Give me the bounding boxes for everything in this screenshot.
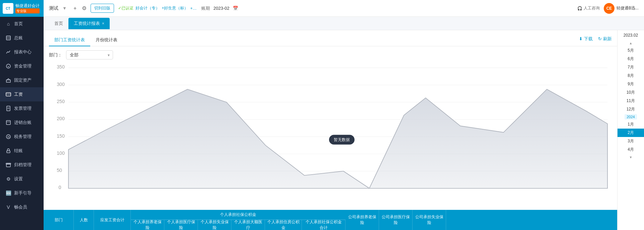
svg-text:250: 250 bbox=[57, 99, 65, 104]
svg-rect-15 bbox=[7, 151, 10, 153]
month-4-2024[interactable]: 4月 bbox=[618, 145, 644, 154]
svg-text:300: 300 bbox=[57, 82, 65, 87]
service-label: 人工咨询 bbox=[584, 5, 600, 11]
subtab-dept[interactable]: 部门工资统计表 bbox=[49, 34, 90, 46]
chart-area: 350 300 250 200 150 100 50 0 bbox=[44, 63, 617, 210]
th-company-pension: 公司承担养老保险 bbox=[345, 210, 379, 230]
sidebar-item-reports[interactable]: 报表中心 bbox=[0, 45, 44, 59]
sidebar-item-home[interactable]: ⌂ 首页 bbox=[0, 17, 44, 31]
purchase-icon bbox=[5, 120, 11, 126]
tag-more: +… bbox=[190, 6, 197, 11]
month-8[interactable]: 8月 bbox=[618, 72, 644, 80]
sidebar-item-tax[interactable]: 税 税务管理 bbox=[0, 130, 44, 144]
sidebar-item-label: 进销台账 bbox=[14, 120, 32, 126]
subtabs-right: ⬇ 下载 ↻ 刷新 bbox=[579, 36, 612, 45]
guide-icon: 🆕 bbox=[5, 190, 11, 196]
svg-text:350: 350 bbox=[57, 64, 65, 70]
month-3-2024[interactable]: 3月 bbox=[618, 137, 644, 145]
sidebar-item-ledger[interactable]: 总账 bbox=[0, 31, 44, 45]
subtab-monthly[interactable]: 月份统计表 bbox=[90, 34, 123, 46]
archive-icon bbox=[5, 162, 11, 168]
tabbar: 首页 工资统计报表 × bbox=[44, 17, 644, 30]
month-7[interactable]: 7月 bbox=[618, 63, 644, 72]
date-panel: 2023.02 ▲ 5月 6月 7月 8月 9月 10月 11月 12月 202… bbox=[617, 30, 644, 230]
th-personal-total: 个人承担社保公积金合计 bbox=[302, 220, 345, 230]
sidebar-item-label: 报表中心 bbox=[14, 49, 32, 55]
sidebar-item-label: 畅会员 bbox=[14, 204, 27, 210]
month-6[interactable]: 6月 bbox=[618, 55, 644, 63]
th-personal-medical: 个人承担医疗保险 bbox=[164, 220, 198, 230]
sidebar-item-archive[interactable]: 归档管理 bbox=[0, 158, 44, 172]
salary-icon bbox=[5, 91, 11, 97]
sidebar-item-label: 工资 bbox=[14, 91, 23, 97]
svg-text:50: 50 bbox=[57, 168, 62, 173]
period-value: 2023-02 bbox=[213, 6, 229, 11]
sidebar: CT 畅捷通好会计 专业版 ⌂ 首页 总账 报表中心 ¥ 资金管理 bbox=[0, 0, 44, 230]
sidebar-item-label: 固定资产 bbox=[14, 77, 32, 83]
month-1-2024[interactable]: 1月 bbox=[618, 120, 644, 129]
download-icon: ⬇ bbox=[579, 36, 583, 41]
month-2-2024[interactable]: 2月 bbox=[618, 129, 644, 137]
calendar-icon[interactable]: 📅 bbox=[233, 6, 238, 11]
sidebar-item-guide[interactable]: 🆕 新手引导 bbox=[0, 186, 44, 200]
month-12[interactable]: 12月 bbox=[618, 105, 644, 113]
content-main: 部门工资统计表 月份统计表 ⬇ 下载 ↻ 刷新 bbox=[44, 30, 617, 230]
switch-old-button[interactable]: 切到旧版 bbox=[91, 4, 114, 13]
topbar-right: 🎧 人工咨询 CE 轻捷通B迅... bbox=[577, 3, 639, 14]
content-area: 部门工资统计表 月份统计表 ⬇ 下载 ↻ 刷新 bbox=[44, 30, 644, 230]
sidebar-item-salary[interactable]: 工资 bbox=[0, 87, 44, 101]
sidebar-item-settings[interactable]: ⚙ 设置 bbox=[0, 172, 44, 186]
th-count: 人数 bbox=[74, 210, 94, 230]
logo-icon: CT bbox=[3, 3, 13, 14]
period-label: 账期 bbox=[201, 5, 210, 11]
service-button[interactable]: 🎧 人工咨询 bbox=[577, 5, 600, 11]
year-2024-label: 2024 bbox=[625, 114, 637, 120]
settings-icon: ⚙ bbox=[5, 176, 11, 182]
topbar-actions: + ⚙ 切到旧版 bbox=[72, 4, 114, 13]
th-company-unemployment: 公司承担失业保险 bbox=[413, 210, 446, 230]
dept-filter-label: 部门： bbox=[49, 52, 62, 58]
sidebar-item-funds[interactable]: ¥ 资金管理 bbox=[0, 59, 44, 73]
sidebar-item-label: 新手引导 bbox=[14, 190, 32, 196]
svg-text:¥: ¥ bbox=[7, 65, 9, 68]
gear-button[interactable]: ⚙ bbox=[80, 4, 88, 13]
sidebar-item-label: 设置 bbox=[14, 176, 23, 182]
sidebar-item-close[interactable]: 结账 bbox=[0, 144, 44, 158]
date-nav-up[interactable]: ▲ bbox=[628, 40, 634, 46]
th-dept: 部门 bbox=[44, 210, 74, 230]
sidebar-item-label: 结账 bbox=[14, 148, 23, 154]
svg-rect-8 bbox=[7, 106, 10, 111]
sidebar-item-label: 发票管理 bbox=[14, 105, 32, 111]
month-11[interactable]: 11月 bbox=[618, 97, 644, 105]
th-personal-group: 个人承担社保公积金 个人承担养老保险 个人承担医疗保险 个人承担失业保险 个人承… bbox=[131, 210, 345, 230]
tab-salary-report[interactable]: 工资统计报表 × bbox=[68, 18, 110, 29]
company-dropdown-arrow[interactable]: ▼ bbox=[62, 6, 67, 11]
sidebar-item-assets[interactable]: 固定资产 bbox=[0, 73, 44, 87]
sidebar-item-purchase[interactable]: 进销台账 bbox=[0, 116, 44, 130]
app-logo: CT 畅捷通好会计 专业版 bbox=[0, 0, 44, 17]
sidebar-item-member[interactable]: V 畅会员 bbox=[0, 200, 44, 214]
date-panel-label: 2023.02 bbox=[624, 33, 638, 38]
tab-home[interactable]: 首页 bbox=[49, 18, 68, 29]
month-5[interactable]: 5月 bbox=[618, 46, 644, 55]
topbar-tags: ✓已认证 好会计（专） +好生意（标） +… 账期 2023-02 📅 bbox=[118, 5, 573, 11]
add-button[interactable]: + bbox=[72, 4, 78, 13]
th-personal-pension: 个人承担养老保险 bbox=[131, 220, 164, 230]
svg-rect-5 bbox=[6, 80, 10, 82]
invoice-icon bbox=[5, 105, 11, 111]
month-10[interactable]: 10月 bbox=[618, 88, 644, 97]
sidebar-item-invoice[interactable]: 发票管理 bbox=[0, 101, 44, 116]
sidebar-item-label: 总账 bbox=[14, 35, 23, 41]
tab-close-icon[interactable]: × bbox=[102, 21, 104, 26]
download-button[interactable]: ⬇ 下载 bbox=[579, 36, 593, 42]
date-nav-down[interactable]: ▼ bbox=[628, 154, 634, 160]
svg-marker-34 bbox=[68, 89, 607, 188]
month-9[interactable]: 9月 bbox=[618, 80, 644, 88]
company-name: 测试 bbox=[49, 5, 58, 11]
dept-filter-select[interactable]: 全部 财务部 人事部 销售部 技术部 bbox=[66, 50, 113, 59]
refresh-button[interactable]: ↻ 刷新 bbox=[598, 36, 612, 42]
sidebar-item-label: 归档管理 bbox=[14, 162, 32, 168]
th-personal-unemployment: 个人承担失业保险 bbox=[198, 220, 231, 230]
reports-icon bbox=[5, 49, 11, 55]
svg-text:100: 100 bbox=[57, 150, 65, 156]
